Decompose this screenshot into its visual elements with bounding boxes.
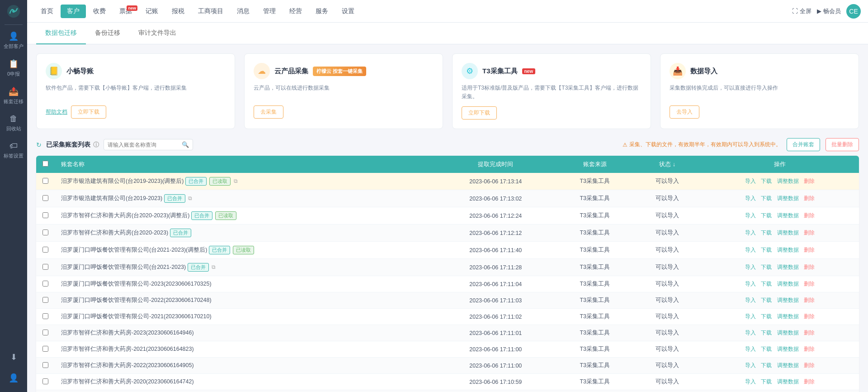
nav-service[interactable]: 服务 [309, 5, 335, 18]
select-all-checkbox[interactable] [42, 161, 48, 167]
adjust-action[interactable]: 调整数据 [777, 247, 799, 253]
import-action[interactable]: 导入 [745, 229, 756, 236]
import-action[interactable]: 导入 [745, 264, 756, 270]
sidebar-item-recycle[interactable]: 🗑 回收站 [0, 110, 27, 137]
tab-audit-export[interactable]: 审计文件导出 [129, 23, 185, 44]
row-checkbox[interactable] [42, 195, 48, 201]
nav-accounting[interactable]: 记账 [139, 5, 165, 18]
download-action[interactable]: 下载 [761, 195, 772, 201]
adjust-action[interactable]: 调整数据 [777, 212, 799, 219]
download-action[interactable]: 下载 [761, 281, 772, 287]
import-action[interactable]: 导入 [745, 297, 756, 303]
merge-btn[interactable]: 合并账套 [787, 138, 820, 151]
tab-backup-migration[interactable]: 备份迁移 [86, 23, 129, 44]
adjust-action[interactable]: 调整数据 [777, 297, 799, 303]
download-action[interactable]: 下载 [761, 346, 772, 352]
download-action[interactable]: 下载 [761, 297, 772, 303]
download-action[interactable]: 下载 [761, 264, 772, 270]
import-action[interactable]: 导入 [745, 362, 756, 368]
nav-tax[interactable]: 报税 [165, 5, 191, 18]
adjust-action[interactable]: 调整数据 [777, 346, 799, 352]
import-action[interactable]: 导入 [745, 212, 756, 219]
download-action[interactable]: 下载 [761, 313, 772, 320]
adjust-action[interactable]: 调整数据 [777, 264, 799, 270]
row-checkbox[interactable] [42, 264, 48, 270]
nav-fee[interactable]: 收费 [87, 5, 112, 18]
delete-action[interactable]: 删除 [804, 247, 815, 253]
delete-action[interactable]: 删除 [804, 362, 815, 368]
app-logo[interactable] [0, 0, 27, 23]
delete-action[interactable]: 删除 [804, 297, 815, 303]
delete-action[interactable]: 删除 [804, 378, 815, 385]
adjust-action[interactable]: 调整数据 [777, 229, 799, 236]
row-checkbox[interactable] [42, 297, 48, 303]
sidebar-item-all-clients[interactable]: 👤 全部客户 [0, 27, 27, 54]
delete-action[interactable]: 删除 [804, 264, 815, 270]
adjust-action[interactable]: 调整数据 [777, 281, 799, 287]
help-icon[interactable]: ⓘ [93, 141, 99, 149]
download-action[interactable]: 下载 [761, 229, 772, 236]
tab-data-migration[interactable]: 数据包迁移 [36, 23, 86, 44]
copy-icon[interactable]: ⧉ [188, 195, 192, 201]
delete-action[interactable]: 删除 [804, 281, 815, 287]
import-action[interactable]: 导入 [745, 195, 756, 201]
row-checkbox[interactable] [42, 281, 48, 287]
row-checkbox[interactable] [42, 229, 48, 235]
nav-home[interactable]: 首页 [34, 5, 60, 18]
adjust-action[interactable]: 调整数据 [777, 330, 799, 336]
adjust-action[interactable]: 调整数据 [777, 362, 799, 368]
fullscreen-btn[interactable]: ⛶ 全屏 [792, 7, 811, 15]
adjust-action[interactable]: 调整数据 [777, 178, 799, 184]
download-action[interactable]: 下载 [761, 330, 772, 336]
row-checkbox[interactable] [42, 378, 48, 384]
sidebar-item-download[interactable]: ⬇ [0, 348, 27, 367]
adjust-action[interactable]: 调整数据 [777, 313, 799, 320]
row-checkbox[interactable] [42, 362, 48, 368]
sidebar-item-user-bottom[interactable]: 👤 [0, 368, 27, 387]
help-doc-link[interactable]: 帮助文档 [46, 108, 67, 116]
import-action[interactable]: 导入 [745, 281, 756, 287]
delete-action[interactable]: 删除 [804, 178, 815, 184]
avatar[interactable]: CE [846, 4, 861, 19]
nav-settings[interactable]: 设置 [335, 5, 361, 18]
download-action[interactable]: 下载 [761, 178, 772, 184]
download-btn-xiaochangzhang[interactable]: 立即下载 [71, 105, 106, 119]
delete-action[interactable]: 删除 [804, 330, 815, 336]
member-btn[interactable]: ▶ 畅会员 [817, 7, 841, 15]
collect-btn[interactable]: 去采集 [254, 105, 283, 119]
import-action[interactable]: 导入 [745, 330, 756, 336]
nav-management[interactable]: 管理 [257, 5, 282, 18]
nav-operation[interactable]: 经营 [283, 5, 308, 18]
row-checkbox[interactable] [42, 313, 48, 319]
search-icon[interactable]: 🔍 [182, 141, 189, 148]
import-action[interactable]: 导入 [745, 378, 756, 385]
row-checkbox[interactable] [42, 346, 48, 352]
import-action[interactable]: 导入 [745, 346, 756, 352]
download-action[interactable]: 下载 [761, 378, 772, 385]
import-action[interactable]: 导入 [745, 178, 756, 184]
delete-action[interactable]: 删除 [804, 313, 815, 320]
sidebar-item-account-migration[interactable]: 📤 账套迁移 [0, 82, 27, 110]
row-checkbox[interactable] [42, 330, 48, 335]
download-action[interactable]: 下载 [761, 212, 772, 219]
search-input[interactable] [108, 142, 180, 148]
adjust-action[interactable]: 调整数据 [777, 195, 799, 201]
row-checkbox[interactable] [42, 247, 48, 253]
download-action[interactable]: 下载 [761, 247, 772, 253]
nav-invoice[interactable]: 票据 new [113, 5, 138, 18]
delete-action[interactable]: 删除 [804, 346, 815, 352]
row-checkbox[interactable] [42, 212, 48, 218]
delete-action[interactable]: 删除 [804, 212, 815, 219]
sidebar-item-zero-report[interactable]: 📋 0申报 [0, 54, 27, 82]
delete-action[interactable]: 删除 [804, 229, 815, 236]
import-action[interactable]: 导入 [745, 313, 756, 320]
import-action[interactable]: 导入 [745, 247, 756, 253]
nav-message[interactable]: 消息 [231, 5, 256, 18]
import-btn[interactable]: 去导入 [670, 105, 699, 119]
nav-business[interactable]: 工商项目 [192, 5, 230, 18]
delete-action[interactable]: 删除 [804, 195, 815, 201]
row-checkbox[interactable] [42, 178, 48, 184]
download-btn-t3[interactable]: 立即下载 [462, 106, 497, 120]
refresh-icon[interactable]: ↻ [36, 141, 42, 148]
adjust-action[interactable]: 调整数据 [777, 378, 799, 385]
